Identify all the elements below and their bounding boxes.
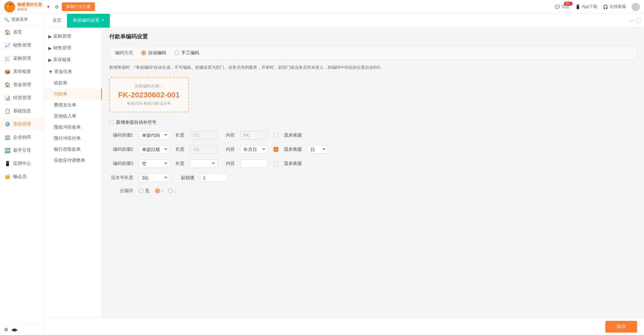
sidebar-item-operations[interactable]: 📊 经营管理	[0, 91, 44, 104]
finance-icon: 🏠	[4, 82, 10, 87]
sidebar-item-apps[interactable]: 📱 应用中心	[0, 157, 44, 170]
prefix1-content-label: 内容	[226, 132, 235, 138]
sidebar-label-purchase: 采购管理	[13, 55, 31, 62]
sidebar-item-home[interactable]: 🏠 首页	[0, 26, 44, 39]
sub-menu-adjust-label: 应收应付调整单	[54, 158, 85, 163]
prefix3-content-input[interactable]	[240, 159, 268, 168]
sub-menu-capital[interactable]: ▼ 资金往来	[44, 66, 102, 77]
sidebar-item-enterprise[interactable]: 🏢 企业协同	[0, 131, 44, 144]
auto-radio-text: 自动编码	[148, 50, 166, 56]
auto-fill-checkbox[interactable]	[109, 120, 114, 125]
sub-menu-receipt-label: 收款单	[54, 80, 67, 85]
serial-length-select[interactable]: 3位	[139, 174, 170, 182]
user-avatar[interactable]	[632, 3, 640, 11]
prefix2-select[interactable]: 单据日期	[139, 145, 170, 154]
auto-fill-label: 新增单据自动补空号	[116, 119, 156, 125]
enterprise-icon: 🏢	[4, 134, 10, 140]
apps-icon: 📱	[4, 161, 10, 166]
prefix2-row: 编码前缀2 单据日期 长度 内容 年月日 ✓ 流水依据 日	[109, 145, 637, 154]
prefix3-length-label: 长度	[175, 160, 184, 167]
sub-menu-bank-label: 银行存取款单	[54, 147, 81, 152]
trial-button[interactable]: 体验行业方案	[62, 2, 95, 11]
prefix3-serial-checkbox[interactable]	[273, 161, 278, 166]
start-value-input[interactable]	[200, 174, 228, 182]
sub-menu-inventory[interactable]: ▶ 库存核算	[44, 54, 102, 66]
manual-radio-btn[interactable]	[174, 50, 179, 55]
sidebar-item-member[interactable]: 👑 畅会员	[0, 170, 44, 183]
settings-bottom-icon[interactable]: ⚙	[4, 327, 8, 332]
sub-menu-group-sales: ▶ 销售管理	[44, 42, 102, 54]
tab-minimize-btn[interactable]: —	[629, 18, 634, 23]
chevron-right-icon: ▶	[48, 34, 52, 39]
tab-close-btn[interactable]: ✕	[102, 18, 104, 22]
prefix1-select[interactable]: 单据代码	[139, 131, 170, 140]
sub-menu-expense[interactable]: 费用支出单	[44, 100, 102, 111]
prefix1-serial-checkbox[interactable]	[273, 133, 278, 138]
sidebar-item-guide[interactable]: 🆕 新手引导	[0, 144, 44, 157]
tab-home-label: 首页	[52, 17, 61, 24]
sidebar-label-basic: 基础信息	[13, 108, 31, 114]
sep-dash-radio[interactable]	[155, 188, 160, 193]
tab-home[interactable]: 首页	[47, 14, 67, 28]
sidebar-item-system[interactable]: ⚙️ 系统管理	[0, 118, 44, 131]
prefix3-length-select[interactable]	[190, 159, 218, 168]
save-button[interactable]: 保存	[605, 321, 637, 333]
sidebar-label-member: 畅会员	[13, 174, 27, 180]
sidebar-item-basic[interactable]: 📋 基础信息	[0, 104, 44, 118]
sidebar-item-finance[interactable]: 🏠 资金管理	[0, 78, 44, 91]
online-service-btn[interactable]: 🎧 在线客服	[603, 4, 626, 10]
app-download-btn[interactable]: 📱 App下载	[575, 4, 597, 10]
sub-menu-receipt[interactable]: 收款单	[44, 77, 102, 89]
prefix3-select[interactable]: 空	[139, 159, 170, 168]
sub-menu-group-purchase: ▶ 采购管理	[44, 30, 102, 42]
prefix2-serial-unit-select[interactable]: 日	[307, 145, 328, 154]
prefix1-content-input[interactable]	[240, 131, 268, 140]
sub-menu-payment[interactable]: 付款单	[44, 89, 102, 100]
sep-dash-label[interactable]: -	[155, 188, 163, 193]
sub-menu-purchase[interactable]: ▶ 采购管理	[44, 30, 102, 42]
sub-menu-payment-label: 付款单	[54, 91, 67, 96]
settings-btn[interactable]: ⚙	[55, 4, 59, 10]
sidebar-item-inventory[interactable]: 📦 库存核算	[0, 65, 44, 78]
prefix2-length-input	[190, 145, 218, 154]
prefix2-serial-label: 流水依据	[284, 146, 302, 152]
prefix2-content-select[interactable]: 年月日	[240, 145, 268, 154]
preview-box: 当前编码示例： FK-20230602-001 单据代码-单据日期-流水号	[109, 77, 189, 112]
sidebar-item-sales[interactable]: 📈 销售管理	[0, 39, 44, 52]
auto-radio-label[interactable]: 自动编码	[141, 50, 166, 56]
sub-menu-sales[interactable]: ▶ 销售管理	[44, 42, 102, 54]
search-menu[interactable]: 🔍 搜索菜单	[0, 14, 44, 26]
sub-menu-other-income[interactable]: 其他收入单	[44, 111, 102, 122]
nav-prev-btn[interactable]: ▼	[45, 4, 52, 10]
top-bar-left: 🍊 畅捷通好生意 旗舰版 ▼ ⚙ 体验行业方案	[4, 1, 95, 12]
tab-bar: 首页 单据编码设置 ✕ — ⛶	[44, 14, 644, 28]
sep-dot-radio[interactable]	[168, 188, 173, 193]
tab-maximize-btn[interactable]: ⛶	[637, 18, 641, 23]
prefix1-length-label: 长度	[175, 132, 184, 138]
basic-icon: 📋	[4, 108, 10, 114]
sub-menu-prepay-recv[interactable]: 预收冲应收单	[44, 122, 102, 133]
auto-radio-btn[interactable]	[141, 50, 146, 55]
prefix3-row: 编码前缀3 空 长度 内容 流水依据	[109, 159, 637, 168]
tab-encoding[interactable]: 单据编码设置 ✕	[67, 14, 110, 28]
sidebar-item-purchase[interactable]: 🛒 采购管理	[0, 52, 44, 65]
sub-menu-prepay-pay[interactable]: 预付冲应付单	[44, 133, 102, 144]
chevron-right-icon3: ▶	[48, 57, 52, 63]
sep-none-radio[interactable]	[139, 188, 144, 193]
sep-dot-label[interactable]: .	[168, 188, 176, 193]
sidebar-items: 🏠 首页 📈 销售管理 🛒 采购管理 📦 库存核算 🏠 资金管理 📊 经	[0, 26, 44, 324]
prefix2-serial-checkbox[interactable]: ✓	[273, 147, 278, 152]
prefix1-label: 编码前缀1	[109, 132, 133, 138]
top-bar-right: 💬 消息 99+ 📱 App下载 🎧 在线客服	[555, 3, 640, 11]
sub-menu-adjust[interactable]: 应收应付调整单	[44, 155, 102, 166]
sep-none-label[interactable]: 无	[139, 188, 150, 194]
sub-menu-bank[interactable]: 银行存取款单	[44, 144, 102, 155]
prefix3-content-label: 内容	[226, 160, 235, 167]
logo-icon: 🍊	[4, 1, 15, 12]
collapse-icon[interactable]: ◀▶	[11, 327, 18, 332]
manual-radio-label[interactable]: 手工编码	[174, 50, 199, 56]
message-btn[interactable]: 💬 消息 99+	[555, 4, 570, 10]
tab-encoding-label: 单据编码设置	[73, 17, 99, 24]
prefix2-label: 编码前缀2	[109, 146, 133, 152]
separator-row: 分隔符 无 - .	[109, 188, 637, 194]
